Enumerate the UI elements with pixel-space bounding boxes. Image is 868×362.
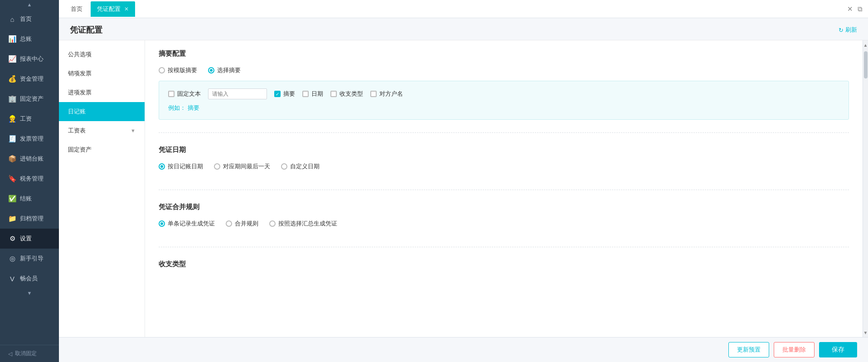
capital-icon: 💰 bbox=[8, 75, 16, 83]
sidebar-item-reports[interactable]: 📈 报表中心 bbox=[0, 49, 59, 69]
summary-config-title: 摘要配置 bbox=[159, 49, 849, 58]
main-area: 首页 凭证配置 ✕ ✕ ⧉ 凭证配置 ↻ 刷新 公共选项 bbox=[59, 0, 868, 362]
merge-rule-section: 凭证合并规则 单条记录生成凭证 合并规则 按照选择汇总生成凭证 bbox=[159, 203, 849, 247]
left-nav-journal[interactable]: 日记账 bbox=[59, 102, 145, 121]
guide-icon: ◎ bbox=[8, 254, 16, 263]
checkbox-income-type[interactable]: 收支类型 bbox=[330, 90, 363, 98]
settle-icon: ✅ bbox=[8, 195, 16, 203]
left-nav-purchase-invoice[interactable]: 进项发票 bbox=[59, 83, 145, 102]
sidebar-item-home[interactable]: ⌂ 首页 bbox=[0, 9, 59, 29]
radio-journal-date-btn bbox=[159, 163, 165, 170]
checkbox-summary-btn: ✓ bbox=[274, 91, 281, 97]
sidebar-item-assets[interactable]: 🏢 固定资产 bbox=[0, 89, 59, 109]
tab-bar: 首页 凭证配置 ✕ ✕ ⧉ bbox=[59, 0, 868, 18]
merge-radio-single[interactable]: 单条记录生成凭证 bbox=[159, 220, 215, 228]
save-button[interactable]: 保存 bbox=[819, 342, 857, 357]
content-area: 凭证配置 ↻ 刷新 公共选项 销项发票 进项发票 日记账 bbox=[59, 18, 868, 362]
sidebar-item-settings[interactable]: ⚙ 设置 bbox=[0, 229, 59, 249]
bottom-bar: 更新预置 批量删除 保存 bbox=[59, 337, 868, 362]
checkbox-counterpart[interactable]: 对方户名 bbox=[370, 90, 403, 98]
outer-scrollbar: ▲ ▼ bbox=[863, 40, 868, 337]
sidebar-item-guide[interactable]: ◎ 新手引导 bbox=[0, 249, 59, 269]
scroll-up-button[interactable]: ▲ bbox=[863, 40, 868, 49]
tab-voucher[interactable]: 凭证配置 ✕ bbox=[91, 1, 135, 17]
archive-icon: 📁 bbox=[8, 215, 16, 223]
summary-radio-select[interactable]: 选择摘要 bbox=[208, 66, 241, 74]
merge-radio-select-merge[interactable]: 按照选择汇总生成凭证 bbox=[269, 220, 337, 228]
sidebar-scroll-down[interactable]: ▼ bbox=[0, 289, 59, 298]
left-nav-sales-invoice[interactable]: 销项发票 bbox=[59, 64, 145, 83]
settings-icon: ⚙ bbox=[8, 235, 16, 243]
ledger-icon: 📊 bbox=[8, 35, 16, 43]
batch-delete-button[interactable]: 批量删除 bbox=[774, 342, 815, 357]
voucher-date-radio-custom[interactable]: 自定义日期 bbox=[281, 162, 320, 171]
assets-icon: 🏢 bbox=[8, 95, 16, 103]
radio-last-day-btn bbox=[214, 163, 220, 170]
refresh-icon: ↻ bbox=[839, 27, 844, 34]
checkbox-date[interactable]: 日期 bbox=[302, 90, 323, 98]
tab-close-icon[interactable]: ✕ bbox=[124, 6, 129, 12]
body-layout: 公共选项 销项发票 进项发票 日记账 工资表 ▼ 固定资产 bbox=[59, 40, 868, 337]
page-header: 凭证配置 ↻ 刷新 bbox=[59, 18, 868, 40]
income-type-section: 收支类型 bbox=[159, 260, 849, 289]
reports-icon: 📈 bbox=[8, 55, 16, 63]
checkbox-fixed-text-btn bbox=[168, 91, 175, 97]
radio-single-btn bbox=[159, 220, 165, 227]
sidebar-item-tax[interactable]: 🔖 税务管理 bbox=[0, 169, 59, 189]
home-icon: ⌂ bbox=[8, 15, 16, 23]
merge-radio-merge[interactable]: 合并规则 bbox=[226, 220, 258, 228]
sidebar-item-capital[interactable]: 💰 资金管理 bbox=[0, 69, 59, 89]
tab-home[interactable]: 首页 bbox=[64, 1, 89, 17]
refresh-button[interactable]: ↻ 刷新 bbox=[839, 26, 857, 34]
salary-icon: 👷 bbox=[8, 115, 16, 123]
checkbox-fixed-text[interactable]: 固定文本 bbox=[168, 90, 201, 98]
right-content: 摘要配置 按模版摘要 选择摘要 bbox=[145, 40, 863, 337]
radio-custom-date-btn bbox=[281, 163, 287, 170]
voucher-date-radio-journal[interactable]: 按日记账日期 bbox=[159, 162, 203, 171]
left-nav: 公共选项 销项发票 进项发票 日记账 工资表 ▼ 固定资产 bbox=[59, 40, 145, 337]
checkbox-income-type-btn bbox=[330, 91, 337, 97]
tax-icon: 🔖 bbox=[8, 175, 16, 183]
voucher-date-radio-last-day[interactable]: 对应期间最后一天 bbox=[214, 162, 270, 171]
summary-radio-group: 按模版摘要 选择摘要 bbox=[159, 66, 849, 74]
fixed-text-input[interactable] bbox=[208, 88, 267, 99]
left-nav-payroll[interactable]: 工资表 ▼ bbox=[59, 121, 145, 140]
radio-merge-btn bbox=[226, 220, 232, 227]
pin-icon: ◁ bbox=[8, 351, 12, 357]
scroll-thumb[interactable] bbox=[864, 51, 868, 78]
sidebar-item-ledger[interactable]: 📊 总账 bbox=[0, 29, 59, 49]
chevron-down-icon: ▼ bbox=[131, 128, 136, 133]
member-icon: V bbox=[8, 275, 16, 283]
radio-select-merge-btn bbox=[269, 220, 276, 227]
sidebar-item-settle[interactable]: ✅ 结账 bbox=[0, 189, 59, 209]
sidebar-item-salary[interactable]: 👷 工资 bbox=[0, 109, 59, 129]
left-nav-public[interactable]: 公共选项 bbox=[59, 45, 145, 64]
sidebar-item-invoice[interactable]: 🧾 发票管理 bbox=[0, 129, 59, 149]
update-preview-button[interactable]: 更新预置 bbox=[728, 342, 769, 357]
checkbox-row: 固定文本 ✓ 摘要 日期 bbox=[168, 88, 839, 99]
checkbox-date-btn bbox=[302, 91, 309, 97]
radio-select-btn bbox=[208, 67, 214, 73]
checkbox-summary[interactable]: ✓ 摘要 bbox=[274, 90, 295, 98]
stock-icon: 📦 bbox=[8, 155, 16, 163]
summary-radio-template[interactable]: 按模版摘要 bbox=[159, 66, 197, 74]
sidebar-unpin-button[interactable]: ◁ 取消固定 bbox=[0, 345, 59, 362]
voucher-date-section: 凭证日期 按日记账日期 对应期间最后一天 自定义日期 bbox=[159, 146, 849, 190]
left-nav-fixed-assets[interactable]: 固定资产 bbox=[59, 140, 145, 159]
voucher-date-radio-group: 按日记账日期 对应期间最后一天 自定义日期 bbox=[159, 162, 849, 171]
sidebar-scroll-up[interactable]: ▲ bbox=[0, 0, 59, 9]
checkbox-counterpart-btn bbox=[370, 91, 377, 97]
example-text: 例如： 摘要 bbox=[168, 104, 839, 112]
summary-config-box: 固定文本 ✓ 摘要 日期 bbox=[159, 81, 849, 120]
sidebar-item-archive[interactable]: 📁 归档管理 bbox=[0, 209, 59, 229]
voucher-date-title: 凭证日期 bbox=[159, 146, 849, 154]
sidebar-item-member[interactable]: V 畅会员 bbox=[0, 269, 59, 289]
scroll-down-button[interactable]: ▼ bbox=[863, 328, 868, 337]
window-resize-icon[interactable]: ⧉ bbox=[858, 5, 863, 13]
income-type-title: 收支类型 bbox=[159, 260, 849, 269]
invoice-icon: 🧾 bbox=[8, 135, 16, 143]
window-close-icon[interactable]: ✕ bbox=[847, 5, 853, 13]
merge-rule-title: 凭证合并规则 bbox=[159, 203, 849, 211]
sidebar: ▲ ⌂ 首页 📊 总账 📈 报表中心 💰 资金管理 🏢 固定资产 👷 工资 🧾 … bbox=[0, 0, 59, 362]
sidebar-item-stock[interactable]: 📦 进销台账 bbox=[0, 149, 59, 169]
